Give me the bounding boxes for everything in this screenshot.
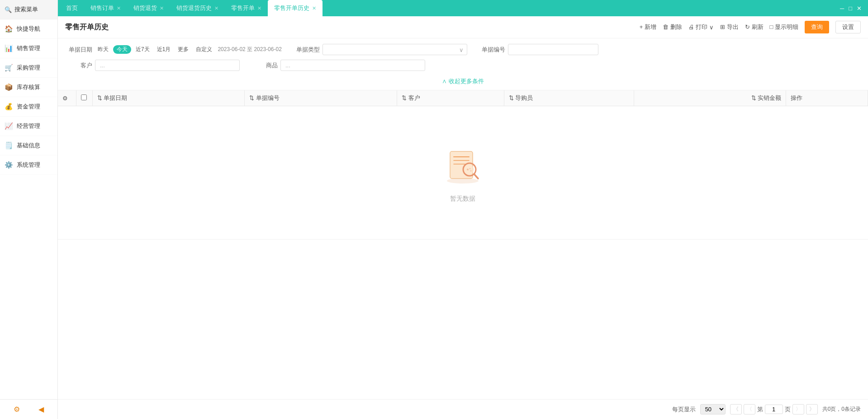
product-input[interactable]: ...	[280, 60, 425, 71]
display-label: □ 显示明细	[770, 23, 798, 31]
doc-type-select[interactable]	[323, 44, 467, 55]
purchase-icon: 🛒	[5, 64, 13, 72]
sidebar-item-sys-mgmt[interactable]: ⚙️ 系统管理	[0, 155, 57, 175]
sys-icon: ⚙️	[5, 161, 13, 169]
empty-state: 暂无数据	[58, 106, 868, 239]
tab-sales-order[interactable]: 销售订单 ✕	[84, 0, 127, 16]
empty-state-cell: 暂无数据	[58, 106, 868, 240]
first-page-button[interactable]: 《	[730, 404, 742, 414]
tab-sales-return-label: 销货退货	[133, 4, 157, 12]
tab-retail-open-close[interactable]: ✕	[257, 5, 261, 11]
sidebar-item-base-info[interactable]: 🗒️ 基础信息	[0, 136, 57, 155]
win-minimize-button[interactable]: ─	[840, 5, 844, 12]
doc-no-input[interactable]	[508, 44, 598, 55]
add-button[interactable]: + 新增	[640, 23, 656, 31]
gear-icon: ⚙	[62, 95, 68, 102]
svg-point-8	[467, 169, 469, 170]
sidebar-item-purchase-mgmt[interactable]: 🛒 采购管理	[0, 58, 57, 78]
product-filter: 商品 ...	[251, 60, 425, 71]
page-input[interactable]	[765, 405, 783, 414]
toolbar: + 新增 🗑 删除 🖨 打印 ∨ ⊞ 导出 ↻ 刷新 □ 显示明细	[640, 21, 861, 33]
sidebar-search[interactable]: 🔍 搜索菜单	[0, 0, 57, 19]
export-label: ⊞ 导出	[720, 23, 739, 31]
date-last-month[interactable]: 近1月	[154, 45, 174, 54]
per-page-select[interactable]: 50 20 100	[700, 404, 726, 414]
tab-retail-history[interactable]: 零售开单历史 ✕	[268, 0, 323, 16]
th-amount-sort[interactable]: ⇅	[751, 94, 756, 101]
sidebar-settings-button[interactable]: ⚙	[14, 405, 20, 414]
select-all-checkbox[interactable]	[81, 94, 87, 100]
sidebar-item-ops-mgmt[interactable]: 📈 经营管理	[0, 117, 57, 136]
th-no: ⇅ 单据编号	[245, 90, 397, 106]
table-area: ⚙ ⇅ 单据日期 ⇅ 单据编号	[58, 90, 868, 399]
th-date-sort[interactable]: ⇅	[97, 94, 102, 101]
sidebar-item-label: 系统管理	[17, 161, 40, 169]
tab-retail-open[interactable]: 零售开单 ✕	[225, 0, 268, 16]
tab-home[interactable]: 首页	[60, 0, 84, 16]
doc-type-label: 单据类型	[293, 46, 320, 54]
delete-label: 🗑 删除	[663, 23, 682, 31]
sidebar-item-quick-nav[interactable]: 🏠 快捷导航	[0, 19, 57, 39]
export-button[interactable]: ⊞ 导出	[720, 23, 739, 31]
th-gear[interactable]: ⚙	[58, 90, 76, 106]
date-last7[interactable]: 近7天	[133, 45, 152, 54]
sidebar-item-label: 经营管理	[17, 122, 40, 130]
th-check[interactable]	[76, 90, 92, 106]
sidebar-footer: ⚙ ◀	[0, 399, 57, 419]
th-guide: ⇅ 导购员	[504, 90, 634, 106]
last-page-button[interactable]: 》	[806, 404, 818, 414]
tab-sales-return-history[interactable]: 销货退货历史 ✕	[170, 0, 225, 16]
page-label: 第	[757, 405, 763, 414]
empty-illustration	[440, 142, 485, 188]
display-detail-button[interactable]: □ 显示明细	[770, 23, 798, 31]
search-icon: 🔍	[5, 6, 12, 13]
sidebar-item-label: 采购管理	[17, 64, 40, 72]
prev-page-button[interactable]: 〈	[744, 404, 755, 414]
doc-no-label: 单据编号	[478, 46, 505, 54]
print-label: 🖨 打印	[688, 23, 708, 31]
page-suffix: 页	[785, 405, 791, 414]
win-close-button[interactable]: ✕	[857, 5, 862, 12]
top-nav: 首页 销售订单 ✕ 销货退货 ✕ 销货退货历史 ✕ 零售开单 ✕ 零售开单历史 …	[58, 0, 868, 16]
delete-button[interactable]: 🗑 删除	[663, 23, 682, 31]
date-label: 单据日期	[65, 46, 92, 54]
win-maximize-button[interactable]: □	[849, 5, 852, 12]
tab-retail-history-close[interactable]: ✕	[312, 5, 316, 11]
settings-button[interactable]: 设置	[835, 21, 861, 33]
win-controls: ─ □ ✕	[840, 5, 866, 12]
sidebar-item-inventory[interactable]: 📦 库存核算	[0, 78, 57, 97]
print-button[interactable]: 🖨 打印 ∨	[688, 23, 714, 31]
date-more[interactable]: 更多	[175, 45, 191, 54]
sidebar-item-label: 快捷导航	[17, 25, 40, 33]
page-nav: 《 〈 第 页 〉 》	[730, 404, 818, 414]
sidebar-item-label: 基础信息	[17, 141, 40, 150]
date-today[interactable]: 今天	[113, 45, 131, 54]
th-guide-sort[interactable]: ⇅	[509, 94, 514, 101]
customer-input[interactable]: ...	[95, 60, 240, 71]
tab-sales-return-close[interactable]: ✕	[160, 5, 164, 11]
sidebar-item-sales-mgmt[interactable]: 📊 销售管理	[0, 39, 57, 58]
refresh-button[interactable]: ↻ 刷新	[745, 23, 764, 31]
tab-sales-return[interactable]: 销货退货 ✕	[127, 0, 170, 16]
home-icon: 🏠	[5, 25, 13, 33]
svg-point-10	[470, 170, 472, 172]
th-no-sort[interactable]: ⇅	[249, 94, 254, 101]
sidebar-item-finance[interactable]: 💰 资金管理	[0, 97, 57, 117]
collapse-button[interactable]: ∧ 收起更多条件	[65, 75, 861, 87]
tab-sales-order-label: 销售订单	[90, 4, 114, 12]
doc-type-filter: 单据类型 ∨	[293, 44, 467, 55]
date-yesterday[interactable]: 昨天	[95, 45, 111, 54]
tab-sales-return-history-close[interactable]: ✕	[214, 5, 218, 11]
total-info: 共0页，0条记录	[822, 405, 861, 413]
empty-text: 暂无数据	[450, 195, 475, 203]
query-button[interactable]: 查询	[805, 21, 829, 33]
next-page-button[interactable]: 〉	[792, 404, 804, 414]
sidebar-item-label: 库存核算	[17, 83, 40, 91]
filter-row-1: 单据日期 昨天 今天 近7天 近1月 更多 自定义 2023-06-02 至 2…	[65, 44, 861, 55]
tab-sales-order-close[interactable]: ✕	[117, 5, 121, 11]
th-customer-sort[interactable]: ⇅	[402, 94, 407, 101]
table-body: 暂无数据	[58, 106, 868, 240]
filter-area: 单据日期 昨天 今天 近7天 近1月 更多 自定义 2023-06-02 至 2…	[58, 38, 868, 90]
date-custom[interactable]: 自定义	[193, 45, 215, 54]
sidebar-collapse-button[interactable]: ◀	[38, 405, 44, 414]
